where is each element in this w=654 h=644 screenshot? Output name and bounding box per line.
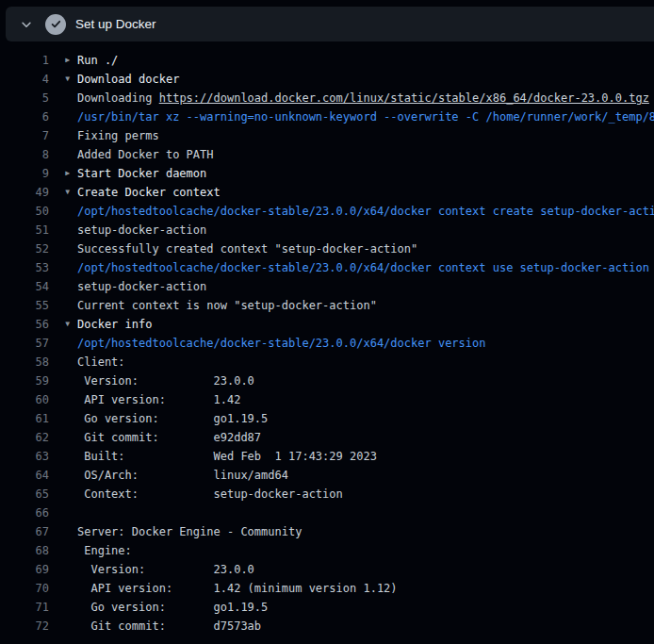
check-circle-icon xyxy=(45,14,66,35)
log-line[interactable]: 4 ▼ Download docker xyxy=(0,70,654,89)
line-number[interactable]: 72 xyxy=(0,617,49,636)
line-number[interactable]: 61 xyxy=(0,409,49,428)
step-title: Set up Docker xyxy=(75,17,156,31)
log-line: 63 Built: Wed Feb 1 17:43:29 2023 xyxy=(0,447,654,466)
line-number[interactable]: 54 xyxy=(0,277,49,296)
group-toggle-icon[interactable]: ▼ xyxy=(49,315,77,334)
log-line: 72 Git commit: d7573ab xyxy=(0,617,654,636)
log-text: Downloading xyxy=(77,89,159,107)
log-line: 5 Downloading https://download.docker.co… xyxy=(0,89,654,107)
line-number[interactable]: 68 xyxy=(0,541,49,560)
log-line: 71 Go version: go1.19.5 xyxy=(0,598,654,617)
group-toggle-icon xyxy=(49,258,77,277)
log-line: 66 xyxy=(0,504,654,522)
log-line[interactable]: 56 ▼ Docker info xyxy=(0,315,654,334)
log-text: API version: 1.42 (minimum version 1.12) xyxy=(77,579,398,598)
log-lines: 1 ▶ Run ./ 4 ▼ Download docker 5 Downloa… xyxy=(0,51,654,636)
chevron-down-icon[interactable] xyxy=(19,17,34,32)
log-line: 60 API version: 1.42 xyxy=(0,390,654,409)
group-toggle-icon xyxy=(49,466,77,485)
log-text: Version: 23.0.0 xyxy=(77,560,254,579)
log-line: 54 setup-docker-action xyxy=(0,277,654,296)
group-toggle-icon[interactable]: ▶ xyxy=(49,164,77,183)
group-toggle-icon xyxy=(49,372,77,390)
line-number[interactable]: 52 xyxy=(0,239,49,258)
line-number[interactable]: 53 xyxy=(0,258,49,277)
line-number[interactable]: 60 xyxy=(0,390,49,409)
log-text: Docker info xyxy=(77,315,152,334)
log-text: /opt/hostedtoolcache/docker-stable/23.0.… xyxy=(77,202,654,221)
group-toggle-icon xyxy=(49,541,77,560)
line-number[interactable]: 49 xyxy=(0,183,49,202)
group-toggle-icon xyxy=(49,617,77,636)
line-number[interactable]: 58 xyxy=(0,353,49,372)
line-number[interactable]: 51 xyxy=(0,221,49,239)
line-number[interactable]: 65 xyxy=(0,485,49,504)
log-line: 51 setup-docker-action xyxy=(0,221,654,239)
log-line[interactable]: 1 ▶ Run ./ xyxy=(0,51,654,70)
line-number[interactable]: 1 xyxy=(0,51,49,70)
log-text: setup-docker-action xyxy=(77,221,206,239)
log-line: 6 /usr/bin/tar xz --warning=no-unknown-k… xyxy=(0,107,654,126)
line-number[interactable]: 70 xyxy=(0,579,49,598)
line-number[interactable]: 8 xyxy=(0,145,49,164)
line-number[interactable]: 9 xyxy=(0,164,49,183)
group-toggle-icon xyxy=(49,598,77,617)
log-text: Git commit: d7573ab xyxy=(77,617,261,636)
line-number[interactable]: 7 xyxy=(0,126,49,145)
log-line: 55 Current context is now "setup-docker-… xyxy=(0,296,654,315)
log-line: 58 Client: xyxy=(0,353,654,372)
line-number[interactable]: 56 xyxy=(0,315,49,334)
log-text: Version: 23.0.0 xyxy=(77,372,254,390)
log-line: 52 Successfully created context "setup-d… xyxy=(0,239,654,258)
group-toggle-icon xyxy=(49,390,77,409)
group-toggle-icon xyxy=(49,579,77,598)
line-number[interactable]: 57 xyxy=(0,334,49,353)
log-text: Download docker xyxy=(77,70,179,89)
log-text: /opt/hostedtoolcache/docker-stable/23.0.… xyxy=(77,334,485,353)
line-number[interactable]: 64 xyxy=(0,466,49,485)
line-number[interactable]: 5 xyxy=(0,89,49,107)
log-text: Go version: go1.19.5 xyxy=(77,409,268,428)
group-toggle-icon xyxy=(49,409,77,428)
log-container: 1 ▶ Run ./ 4 ▼ Download docker 5 Downloa… xyxy=(0,41,654,644)
line-number[interactable]: 6 xyxy=(0,107,49,126)
log-line: 69 Version: 23.0.0 xyxy=(0,560,654,579)
group-toggle-icon[interactable]: ▼ xyxy=(49,183,77,202)
line-number[interactable]: 4 xyxy=(0,70,49,89)
group-toggle-icon[interactable]: ▼ xyxy=(49,70,77,89)
step-header[interactable]: Set up Docker xyxy=(6,7,654,41)
log-text: Context: setup-docker-action xyxy=(77,485,343,504)
line-number[interactable]: 50 xyxy=(0,202,49,221)
line-number[interactable]: 63 xyxy=(0,447,49,466)
log-line: 67 Server: Docker Engine - Community xyxy=(0,522,654,541)
log-line: 64 OS/Arch: linux/amd64 xyxy=(0,466,654,485)
group-toggle-icon xyxy=(49,428,77,447)
group-toggle-icon xyxy=(49,145,77,164)
log-text: Run ./ xyxy=(77,51,118,70)
group-toggle-icon xyxy=(49,560,77,579)
group-toggle-icon xyxy=(49,277,77,296)
line-number[interactable]: 69 xyxy=(0,560,49,579)
group-toggle-icon xyxy=(49,126,77,145)
log-text: /usr/bin/tar xz --warning=no-unknown-key… xyxy=(77,107,654,126)
log-text: Engine: xyxy=(77,541,132,560)
log-link[interactable]: https://download.docker.com/linux/static… xyxy=(159,89,649,107)
log-line: 65 Context: setup-docker-action xyxy=(0,485,654,504)
group-toggle-icon[interactable]: ▶ xyxy=(49,51,77,70)
group-toggle-icon xyxy=(49,221,77,239)
line-number[interactable]: 55 xyxy=(0,296,49,315)
line-number[interactable]: 71 xyxy=(0,598,49,617)
log-line[interactable]: 49 ▼ Create Docker context xyxy=(0,183,654,202)
log-text: setup-docker-action xyxy=(77,277,206,296)
line-number[interactable]: 67 xyxy=(0,522,49,541)
log-text: API version: 1.42 xyxy=(77,390,240,409)
log-text: Added Docker to PATH xyxy=(77,145,214,164)
log-text: /opt/hostedtoolcache/docker-stable/23.0.… xyxy=(77,258,649,277)
line-number[interactable]: 59 xyxy=(0,372,49,390)
line-number[interactable]: 66 xyxy=(0,504,49,522)
log-line: 53 /opt/hostedtoolcache/docker-stable/23… xyxy=(0,258,654,277)
log-line[interactable]: 9 ▶ Start Docker daemon xyxy=(0,164,654,183)
line-number[interactable]: 62 xyxy=(0,428,49,447)
log-line: 57 /opt/hostedtoolcache/docker-stable/23… xyxy=(0,334,654,353)
